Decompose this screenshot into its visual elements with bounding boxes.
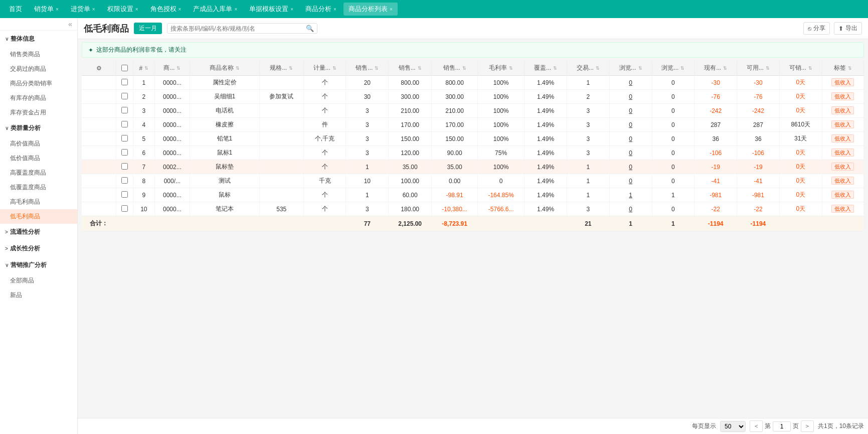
sort-icon-name[interactable]: ⇅	[236, 66, 240, 71]
col-header-trade_count[interactable]: 交易...⇅	[567, 61, 609, 76]
nav-close-商品分析列表[interactable]: ×	[390, 7, 393, 12]
cell-browse1-3[interactable]: 0	[609, 118, 652, 132]
col-header-setting[interactable]: ⚙	[82, 61, 116, 76]
sort-icon-sale_price[interactable]: ⇅	[418, 66, 422, 71]
nav-item-角色授权[interactable]: 角色授权×	[145, 3, 187, 16]
sort-icon-sale_amount[interactable]: ⇅	[462, 66, 466, 71]
cell-tag-1[interactable]: 低收入	[822, 90, 863, 104]
browse-link-3[interactable]: 0	[629, 121, 632, 128]
browse-link-6[interactable]: 0	[629, 164, 632, 171]
nav-close-销货单[interactable]: ×	[56, 7, 59, 12]
action-btn-导出[interactable]: ⬆导出	[834, 22, 862, 35]
browse-link-0[interactable]: 0	[629, 79, 632, 86]
filter-button[interactable]: 近一月	[134, 23, 162, 34]
row-checkbox-4[interactable]	[121, 135, 128, 141]
nav-item-商品分析列表[interactable]: 商品分析列表×	[343, 3, 398, 16]
col-header-available[interactable]: 可用...⇅	[737, 61, 780, 76]
sidebar-item-1-5[interactable]: 低毛利商品	[0, 209, 77, 224]
sidebar-collapse-btn[interactable]: «	[66, 20, 74, 28]
sidebar-item-1-3[interactable]: 低覆盖度商品	[0, 180, 77, 195]
nav-item-销货单[interactable]: 销货单×	[29, 3, 64, 16]
sidebar-item-0-2[interactable]: 商品分类助销率	[0, 76, 77, 91]
next-page-btn[interactable]: ＞	[801, 420, 814, 432]
col-header-sale_amount[interactable]: 销售...⇅	[432, 61, 478, 76]
sort-icon-gross_rate[interactable]: ⇅	[509, 66, 513, 71]
cell-browse1-0[interactable]: 0	[609, 76, 652, 90]
sidebar-item-0-4[interactable]: 库存资金占用	[0, 105, 77, 120]
sidebar-item-1-0[interactable]: 高价值商品	[0, 136, 77, 151]
col-header-no[interactable]: #⇅	[133, 61, 154, 76]
search-input[interactable]	[170, 25, 306, 32]
cell-browse1-4[interactable]: 0	[609, 132, 652, 146]
cell-tag-9[interactable]: 低收入	[822, 202, 863, 216]
sidebar-item-0-1[interactable]: 交易过的商品	[0, 62, 77, 76]
cell-tag-7[interactable]: 低收入	[822, 174, 863, 188]
browse-link-7[interactable]: 0	[629, 178, 632, 185]
sidebar-item-1-1[interactable]: 低价值商品	[0, 151, 77, 166]
col-header-saleable[interactable]: 可销...⇅	[779, 61, 822, 76]
nav-close-单据模板设置[interactable]: ×	[290, 7, 293, 12]
prev-page-btn[interactable]: ＜	[750, 420, 763, 432]
cell-tag-5[interactable]: 低收入	[822, 146, 863, 160]
col-header-spec[interactable]: 规格...⇅	[259, 61, 303, 76]
nav-item-商品分析[interactable]: 商品分析×	[300, 3, 341, 16]
row-checkbox-7[interactable]	[121, 177, 128, 184]
cell-tag-0[interactable]: 低收入	[822, 76, 863, 90]
nav-close-进货单[interactable]: ×	[92, 7, 95, 12]
sort-icon-saleable[interactable]: ⇅	[808, 66, 812, 71]
per-page-select[interactable]: 5020100	[720, 421, 746, 432]
sort-icon-tag[interactable]: ⇅	[848, 66, 852, 71]
page-input[interactable]	[773, 421, 791, 431]
col-header-current_stock[interactable]: 现有...⇅	[695, 61, 737, 76]
cell-tag-3[interactable]: 低收入	[822, 118, 863, 132]
sort-icon-code[interactable]: ⇅	[177, 66, 181, 71]
sidebar-group-1[interactable]: ∨类群量分析	[0, 120, 77, 136]
col-header-sale_qty[interactable]: 销售...⇅	[346, 61, 389, 76]
sort-icon-spec[interactable]: ⇅	[289, 66, 293, 71]
cell-browse1-7[interactable]: 0	[609, 174, 652, 188]
browse-link-1[interactable]: 0	[629, 93, 632, 100]
col-header-name[interactable]: 商品名称⇅	[190, 61, 260, 76]
row-checkbox-2[interactable]	[121, 107, 128, 113]
browse-link-2[interactable]: 0	[629, 107, 632, 114]
sidebar-group-3[interactable]: >成长性分析	[0, 240, 77, 257]
cell-browse1-1[interactable]: 0	[609, 90, 652, 104]
sidebar-item-0-3[interactable]: 有库存的商品	[0, 91, 77, 105]
col-header-check[interactable]	[116, 61, 133, 76]
nav-close-角色授权[interactable]: ×	[179, 7, 182, 12]
browse-link-5[interactable]: 0	[629, 150, 632, 157]
sort-icon-unit[interactable]: ⇅	[332, 66, 336, 71]
nav-close-商品分析[interactable]: ×	[333, 7, 336, 12]
search-icon[interactable]: 🔍	[306, 25, 314, 32]
row-checkbox-0[interactable]	[121, 79, 128, 85]
nav-item-权限设置[interactable]: 权限设置×	[102, 3, 143, 16]
col-header-code[interactable]: 商...⇅	[154, 61, 190, 76]
sort-icon-available[interactable]: ⇅	[766, 66, 770, 71]
sidebar-item-1-4[interactable]: 高毛利商品	[0, 195, 77, 209]
row-checkbox-6[interactable]	[121, 163, 128, 170]
cell-tag-8[interactable]: 低收入	[822, 188, 863, 202]
cell-browse1-6[interactable]: 0	[609, 160, 652, 174]
cell-browse1-9[interactable]: 0	[609, 202, 652, 216]
cell-browse1-8[interactable]: 1	[609, 188, 652, 202]
row-checkbox-1[interactable]	[121, 93, 128, 99]
cell-browse1-2[interactable]: 0	[609, 104, 652, 118]
sidebar-group-4[interactable]: ∨营销推广分析	[0, 257, 77, 273]
sidebar-group-0[interactable]: ∨整体信息	[0, 31, 77, 47]
sort-icon-trade_count[interactable]: ⇅	[596, 66, 600, 71]
cell-tag-2[interactable]: 低收入	[822, 104, 863, 118]
row-checkbox-9[interactable]	[121, 205, 128, 212]
sidebar-item-1-2[interactable]: 高覆盖度商品	[0, 166, 77, 180]
col-header-sale_price[interactable]: 销售...⇅	[389, 61, 432, 76]
cell-browse1-5[interactable]: 0	[609, 146, 652, 160]
select-all-checkbox[interactable]	[121, 65, 128, 71]
sidebar-group-2[interactable]: >流通性分析	[0, 224, 77, 240]
sort-icon-cover_rate[interactable]: ⇅	[553, 66, 557, 71]
sort-icon-browse2[interactable]: ⇅	[680, 66, 684, 71]
sidebar-item-0-0[interactable]: 销售类商品	[0, 47, 77, 62]
row-checkbox-3[interactable]	[121, 121, 128, 127]
col-header-tag[interactable]: 标签⇅	[822, 61, 863, 76]
sidebar-item-4-1[interactable]: 新品	[0, 288, 77, 303]
nav-item-单据模板设置[interactable]: 单据模板设置×	[244, 3, 298, 16]
sort-icon-no[interactable]: ⇅	[144, 66, 148, 71]
